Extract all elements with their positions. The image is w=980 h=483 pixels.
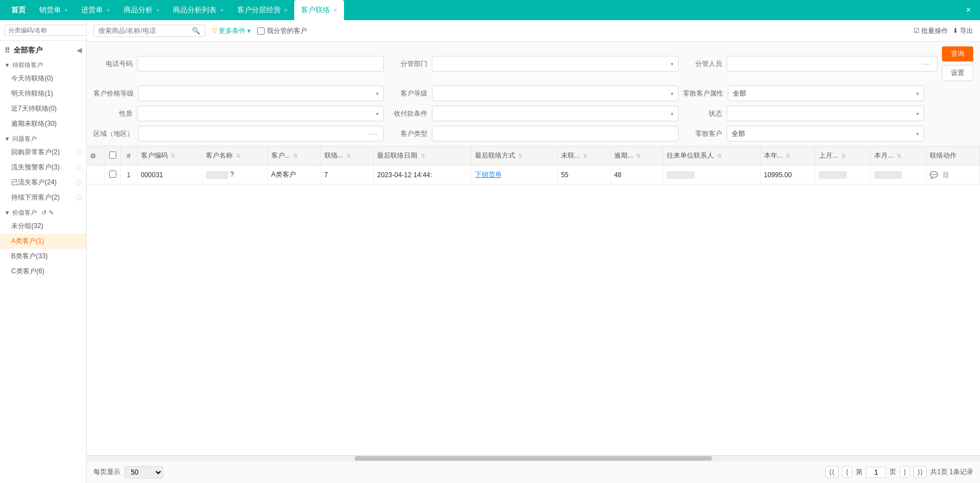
horizontal-scrollbar[interactable] [87,455,980,461]
retail-attr-arrow-icon: ▾ [916,91,919,97]
col-last-date[interactable]: 最后联络日期 ⇅ [374,146,471,165]
row-name-cell: ? [202,165,268,184]
close-customer-contact-icon[interactable]: × [333,7,337,13]
batch-op-button[interactable]: ☑ 批量操作 [913,26,948,36]
customer-type-input[interactable] [432,126,679,141]
sidebar-item-repurchase-abnormal[interactable]: 回购异常客户(2) ⓘ [0,145,86,160]
sort-code-icon: ⇅ [171,153,175,159]
col-level[interactable]: 客户... ⇅ [267,146,321,165]
more-filters-button[interactable]: ▽ 更多条件 ▾ [212,26,251,36]
sidebar-item-churned[interactable]: 已流失客户(24) ⓘ [0,175,86,190]
payment-select[interactable]: ▾ [432,106,679,121]
nav-product-analysis[interactable]: 商品分析 × [117,0,166,20]
row-overdue-cell: 48 [610,165,663,184]
total-label: 共1页 1条记录 [930,467,973,477]
filter-row-region: 区域（地区） ··· [93,126,384,141]
sort-contact-person-icon: ⇅ [717,153,722,159]
status-select[interactable]: ▾ [727,106,924,121]
retail-customer-select[interactable]: 全部 ▾ [727,126,924,141]
col-contact[interactable]: 联络... ⇅ [321,146,374,165]
page-number-input[interactable] [866,467,886,478]
settings-button[interactable]: 设置 [942,65,973,81]
refresh-icon[interactable]: ↺ [41,209,46,216]
link-icon[interactable]: ⛓ [943,171,949,179]
comment-icon[interactable]: 💬 [930,171,938,179]
close-product-analysis-list-icon[interactable]: × [220,7,223,13]
col-num: # [120,146,137,165]
col-overdue[interactable]: 逾期... ⇅ [610,146,663,165]
export-button[interactable]: ⬇ 导出 [953,26,973,36]
last-method-link[interactable]: 下销货单 [475,171,502,178]
retail-customer-label: 零散客户 [683,129,722,139]
col-this-month[interactable]: 本月... ⇅ [871,146,926,165]
more-filters-arrow-icon: ▾ [247,27,251,35]
sidebar-item-declining[interactable]: 持续下滑客户(2) ⓘ [0,190,86,205]
region-input[interactable]: ··· [138,126,384,141]
col-last-month[interactable]: 上月... ⇅ [816,146,871,165]
scrollbar-thumb[interactable] [355,456,712,461]
phone-input[interactable] [137,56,384,72]
sidebar-item-b-class[interactable]: B类客户(33) [0,249,86,264]
first-page-button[interactable]: ⟨⟨ [825,466,838,478]
price-level-select[interactable]: ▾ [138,86,384,101]
select-all-checkbox[interactable] [109,151,116,159]
col-uncontacted[interactable]: 未联... ⇅ [557,146,610,165]
manager-input[interactable]: ··· [727,56,937,72]
nav-customer-contact[interactable]: 客户联络 × [294,0,343,20]
row-num-cell: 1 [120,165,137,184]
close-customer-segment-icon[interactable]: × [284,7,288,13]
edit-icon[interactable]: ✎ [49,209,54,216]
col-name[interactable]: 客户名称 ⇅ [202,146,268,165]
nav-sales-order[interactable]: 销货单 × [32,0,74,20]
all-customers-label[interactable]: 全部客户 [13,45,43,55]
sort-this-year-icon: ⇅ [786,153,790,159]
filter-bar: 🔍 ▽ 更多条件 ▾ 我分管的客户 ☑ 批量操作 ⬇ 导出 [87,20,980,42]
sort-last-date-icon: ⇅ [421,153,425,159]
main-search-input[interactable] [98,27,190,35]
close-purchase-order-icon[interactable]: × [106,7,110,13]
close-sales-order-icon[interactable]: × [64,7,68,13]
nav-customer-segment[interactable]: 客户分层经营 × [230,0,294,20]
customer-level-select[interactable]: ▾ [432,86,679,101]
filter-row-nature: 性质 ▾ [93,106,384,121]
prev-page-button[interactable]: ⟨ [842,466,852,478]
sidebar: 🔍 ⠿ 全部客户 ◀ ▼ 待联络客户 今天待联络(0) 明天待联络(1) 近7天… [0,20,87,483]
sidebar-all-customers-header: ⠿ 全部客户 ◀ [0,41,86,58]
nav-product-analysis-list[interactable]: 商品分析列表 × [166,0,230,20]
sort-this-month-icon: ⇅ [897,153,901,159]
col-last-method[interactable]: 最后联络方式 ⇅ [471,146,557,165]
sidebar-item-churn-warning[interactable]: 流失预警客户(3) ⓘ [0,160,86,175]
filter-row-status: 状态 ▾ [683,106,973,121]
sort-last-method-icon: ⇅ [518,153,522,159]
page-size-select[interactable]: 50 10 20 100 [125,466,163,479]
close-product-analysis-icon[interactable]: × [156,7,159,13]
col-contact-person[interactable]: 往来单位联系人 ⇅ [663,146,760,165]
main-search-icon[interactable]: 🔍 [192,27,200,35]
last-page-button[interactable]: ⟩⟩ [913,466,927,478]
nature-select[interactable]: ▾ [137,106,384,121]
sidebar-item-today-contact[interactable]: 今天待联络(0) [0,71,86,86]
col-this-year[interactable]: 本年... ⇅ [760,146,816,165]
sidebar-item-c-class[interactable]: C类客户(6) [0,264,86,279]
sidebar-search-input[interactable] [4,25,87,36]
sidebar-item-a-class[interactable]: A类客户(1) [0,234,86,249]
row-checkbox[interactable] [109,171,116,178]
query-button[interactable]: 查询 [942,46,973,61]
next-page-button[interactable]: ⟩ [899,466,910,478]
sidebar-item-overdue-contact[interactable]: 逾期未联络(30) [0,116,86,131]
nav-home[interactable]: 首页 [4,0,32,20]
retail-attr-select[interactable]: 全部 ▾ [728,86,924,101]
sidebar-collapse-icon[interactable]: ◀ [77,46,82,54]
dept-select[interactable]: ▾ [432,56,679,72]
table-settings-icon[interactable]: ⚙ [90,152,96,160]
nav-purchase-order[interactable]: 进货单 × [74,0,116,20]
row-contact-person-cell [663,165,760,184]
my-customers-checkbox[interactable]: 我分管的客户 [257,26,307,36]
close-all-button[interactable]: × [962,5,976,15]
sidebar-item-7day-contact[interactable]: 近7天待联络(0) [0,101,86,116]
sidebar-item-tomorrow-contact[interactable]: 明天待联络(1) [0,86,86,101]
sidebar-item-unclassified[interactable]: 未分组(32) [0,219,86,234]
my-customers-check[interactable] [257,27,265,35]
settings-col-header[interactable]: ⚙ [87,146,105,165]
col-code[interactable]: 客户编码 ⇅ [137,146,202,165]
